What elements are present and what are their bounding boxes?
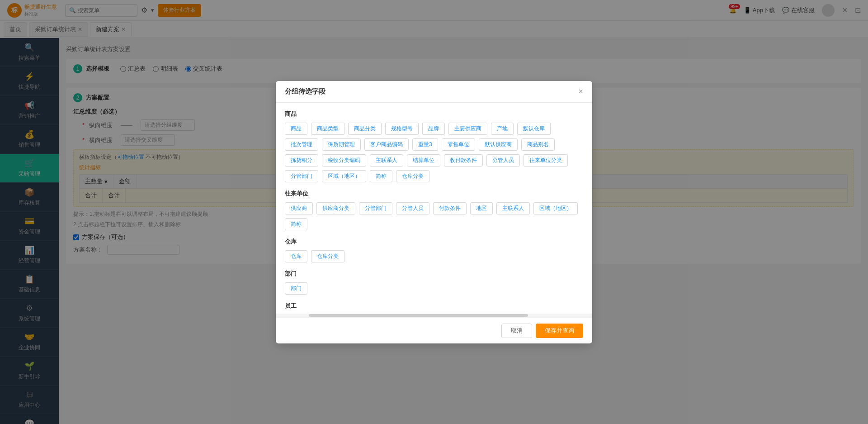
field-tag-warehouse-category[interactable]: 仓库分类 <box>311 250 344 262</box>
field-tag-supplier[interactable]: 供应商 <box>285 202 313 214</box>
field-section-warehouse: 仓库 仓库 仓库分类 <box>285 238 583 262</box>
field-section-title-dept: 部门 <box>285 270 583 278</box>
field-tag-spec[interactable]: 规格型号 <box>385 123 419 135</box>
field-tag-payment-terms[interactable]: 收付款条件 <box>444 154 483 167</box>
field-tag-partner-dept[interactable]: 分管部门 <box>359 202 392 214</box>
field-tag-weight[interactable]: 重量3 <box>412 138 438 151</box>
field-select-modal: 分组待选字段 × 商品 商品 商品类型 商品分类 规格型号 品牌 主要供应商 产… <box>276 81 592 343</box>
field-tag-shelf-life[interactable]: 保质期管理 <box>322 138 361 151</box>
field-tag-settle-unit[interactable]: 结算单位 <box>407 154 440 167</box>
modal-close-btn[interactable]: × <box>578 87 583 95</box>
field-tag-department[interactable]: 部门 <box>285 282 307 295</box>
modal-footer: 取消 保存并查询 <box>276 318 592 343</box>
modal-overlay: 分组待选字段 × 商品 商品 商品类型 商品分类 规格型号 品牌 主要供应商 产… <box>0 0 868 424</box>
field-tag-default-warehouse[interactable]: 默认仓库 <box>517 123 551 135</box>
field-tag-customer-code[interactable]: 客户商品编码 <box>364 138 409 151</box>
modal-header: 分组待选字段 × <box>276 81 592 103</box>
modal-cancel-btn[interactable]: 取消 <box>501 324 532 338</box>
field-tag-brand[interactable]: 品牌 <box>422 123 445 135</box>
field-tag-batch[interactable]: 批次管理 <box>285 138 318 151</box>
field-tag-region[interactable]: 区域（地区） <box>322 170 366 182</box>
modal-confirm-btn[interactable]: 保存并查询 <box>536 324 583 338</box>
field-tags-goods: 商品 商品类型 商品分类 规格型号 品牌 主要供应商 产地 默认仓库 批次管理 … <box>285 123 583 182</box>
field-tags-warehouse: 仓库 仓库分类 <box>285 250 583 262</box>
field-section-title-warehouse: 仓库 <box>285 238 583 246</box>
field-tag-goods-category[interactable]: 商品分类 <box>348 123 382 135</box>
field-tag-partner-abbr[interactable]: 简称 <box>285 218 307 230</box>
field-tags-partner: 供应商 供应商分类 分管部门 分管人员 付款条件 地区 主联系人 区域（地区） … <box>285 202 583 230</box>
field-tag-pick-points[interactable]: 拣货积分 <box>285 154 318 167</box>
field-tag-warehouse[interactable]: 仓库 <box>285 250 307 262</box>
modal-title: 分组待选字段 <box>285 87 326 96</box>
field-section-department: 部门 部门 <box>285 270 583 295</box>
field-section-staff: 员工 业务员 <box>285 302 583 314</box>
field-tag-goods-type[interactable]: 商品类型 <box>311 123 344 135</box>
field-tag-tax-code[interactable]: 税收分类编码 <box>322 154 366 167</box>
field-section-title-goods: 商品 <box>285 110 583 118</box>
field-tag-partner-region[interactable]: 区域（地区） <box>533 202 578 214</box>
field-tag-area[interactable]: 地区 <box>470 202 493 214</box>
field-tag-goods[interactable]: 商品 <box>285 123 307 135</box>
field-tag-retail-unit[interactable]: 零售单位 <box>442 138 475 151</box>
field-tag-main-contact[interactable]: 主联系人 <box>370 154 403 167</box>
field-tag-default-supplier[interactable]: 默认供应商 <box>479 138 518 151</box>
modal-hscrollbar[interactable] <box>276 314 592 318</box>
field-section-title-partner: 往来单位 <box>285 190 583 198</box>
field-tag-partner-supervisor[interactable]: 分管人员 <box>396 202 429 214</box>
field-tag-abbr[interactable]: 简称 <box>370 170 392 182</box>
field-tag-supplier-cat[interactable]: 供应商分类 <box>316 202 355 214</box>
field-tag-pay-terms[interactable]: 付款条件 <box>433 202 467 214</box>
field-tag-origin[interactable]: 产地 <box>491 123 514 135</box>
field-tags-dept: 部门 <box>285 282 583 295</box>
field-section-goods: 商品 商品 商品类型 商品分类 规格型号 品牌 主要供应商 产地 默认仓库 批次… <box>285 110 583 182</box>
field-tag-alias[interactable]: 商品别名 <box>521 138 555 151</box>
field-tag-dept[interactable]: 分管部门 <box>285 170 318 182</box>
field-tag-partner-category[interactable]: 往来单位分类 <box>524 154 568 167</box>
field-section-title-staff: 员工 <box>285 302 583 310</box>
field-tag-main-supplier[interactable]: 主要供应商 <box>448 123 487 135</box>
field-tag-partner-contact[interactable]: 主联系人 <box>496 202 530 214</box>
field-tag-supervisor[interactable]: 分管人员 <box>486 154 520 167</box>
field-tag-warehouse-cat[interactable]: 仓库分类 <box>396 170 429 182</box>
modal-body: 商品 商品 商品类型 商品分类 规格型号 品牌 主要供应商 产地 默认仓库 批次… <box>276 103 592 314</box>
hscroll-thumb <box>309 314 528 317</box>
field-section-partner: 往来单位 供应商 供应商分类 分管部门 分管人员 付款条件 地区 主联系人 区域… <box>285 190 583 230</box>
